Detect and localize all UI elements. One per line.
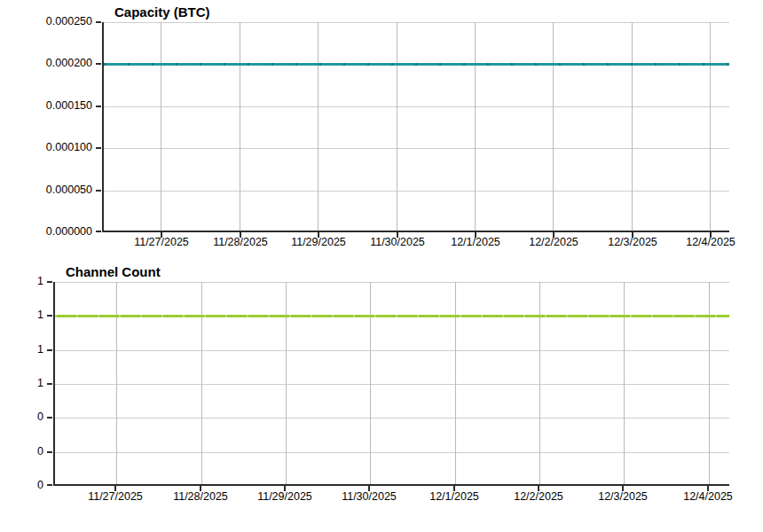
capacity-ytick-mark bbox=[96, 21, 101, 23]
channel-ytick-label: 0 bbox=[0, 479, 43, 491]
channel-xtick-label: 11/27/2025 bbox=[75, 490, 155, 503]
channel-ytick-mark bbox=[47, 383, 52, 385]
capacity-ytick-label: 0.000000 bbox=[0, 225, 92, 238]
capacity-ytick-label: 0.000050 bbox=[0, 184, 92, 196]
capacity-gridline-v bbox=[710, 22, 711, 231]
capacity-xtick-label: 12/3/2025 bbox=[593, 236, 673, 248]
channel-gridline-v bbox=[370, 282, 371, 484]
capacity-ytick-mark bbox=[96, 231, 101, 232]
capacity-gridline-v bbox=[397, 22, 397, 231]
channel-xtick-label: 11/29/2025 bbox=[245, 490, 325, 503]
capacity-gridline-v bbox=[240, 22, 240, 231]
channel-gridline-v bbox=[455, 282, 456, 484]
capacity-xtick-label: 11/28/2025 bbox=[201, 236, 280, 248]
capacity-ytick-label: 0.000150 bbox=[0, 99, 92, 112]
channel-ytick-label: 0 bbox=[0, 445, 43, 458]
channel-ytick-mark bbox=[47, 484, 52, 486]
channel-ytick-mark bbox=[47, 417, 52, 419]
capacity-gridline-v bbox=[632, 22, 633, 231]
channel-gridline-h bbox=[55, 350, 729, 351]
capacity-series-line bbox=[104, 63, 729, 66]
channel-gridline-h bbox=[55, 384, 729, 385]
channel-xtick-label: 12/4/2025 bbox=[668, 490, 748, 503]
capacity-gridline-v bbox=[475, 22, 476, 231]
capacity-chart-title: Capacity (BTC) bbox=[114, 4, 210, 20]
channel-ytick-mark bbox=[47, 315, 52, 317]
dashboard-canvas: Capacity (BTC) 0.00 bbox=[0, 0, 763, 532]
channel-ytick-label: 1 bbox=[0, 275, 43, 287]
capacity-gridline-v bbox=[318, 22, 319, 231]
channel-gridline-v bbox=[286, 282, 287, 484]
capacity-ytick-mark bbox=[96, 147, 101, 149]
capacity-gridline-h bbox=[104, 191, 729, 192]
capacity-gridline-v bbox=[161, 22, 161, 231]
channel-ytick-mark bbox=[47, 281, 52, 283]
capacity-xtick-label: 12/1/2025 bbox=[436, 236, 515, 248]
channel-ytick-label: 1 bbox=[0, 309, 43, 321]
channel-xtick-label: 11/28/2025 bbox=[161, 490, 240, 503]
capacity-ytick-mark bbox=[96, 106, 101, 107]
capacity-xtick-label: 12/2/2025 bbox=[514, 236, 594, 248]
channel-count-series-line bbox=[55, 315, 729, 317]
channel-count-chart-title: Channel Count bbox=[66, 264, 161, 279]
channel-xtick-label: 11/30/2025 bbox=[329, 490, 409, 503]
channel-gridline-h bbox=[55, 418, 729, 419]
capacity-gridline-h bbox=[104, 106, 729, 107]
channel-ytick-label: 1 bbox=[0, 377, 43, 389]
capacity-xtick-label: 12/4/2025 bbox=[671, 236, 751, 248]
channel-ytick-label: 1 bbox=[0, 343, 43, 356]
channel-gridline-v bbox=[709, 282, 710, 484]
channel-gridline-v bbox=[116, 282, 117, 484]
channel-gridline-v bbox=[624, 282, 625, 484]
capacity-xtick-label: 11/29/2025 bbox=[279, 236, 358, 248]
channel-gridline-v bbox=[539, 282, 540, 484]
capacity-gridline-h bbox=[104, 22, 729, 23]
capacity-ytick-label: 0.000250 bbox=[0, 15, 92, 27]
channel-gridline-h bbox=[55, 282, 729, 283]
channel-count-plot-area bbox=[53, 282, 729, 486]
capacity-gridline-h bbox=[104, 148, 729, 149]
channel-xtick-label: 12/3/2025 bbox=[583, 490, 663, 503]
capacity-ytick-mark bbox=[96, 190, 101, 192]
channel-xtick-label: 12/2/2025 bbox=[499, 490, 578, 503]
channel-ytick-mark bbox=[47, 451, 52, 453]
capacity-ytick-label: 0.000100 bbox=[0, 141, 92, 153]
capacity-xtick-label: 11/27/2025 bbox=[122, 236, 201, 248]
capacity-xtick-label: 11/30/2025 bbox=[358, 236, 437, 248]
channel-ytick-label: 0 bbox=[0, 411, 43, 423]
capacity-ytick-label: 0.000200 bbox=[0, 57, 92, 69]
channel-gridline-h bbox=[55, 452, 729, 453]
capacity-ytick-mark bbox=[96, 63, 101, 65]
capacity-plot-area bbox=[102, 22, 729, 232]
capacity-gridline-v bbox=[553, 22, 554, 231]
channel-ytick-mark bbox=[47, 349, 52, 351]
channel-xtick-label: 12/1/2025 bbox=[414, 490, 494, 503]
channel-gridline-v bbox=[201, 282, 202, 484]
